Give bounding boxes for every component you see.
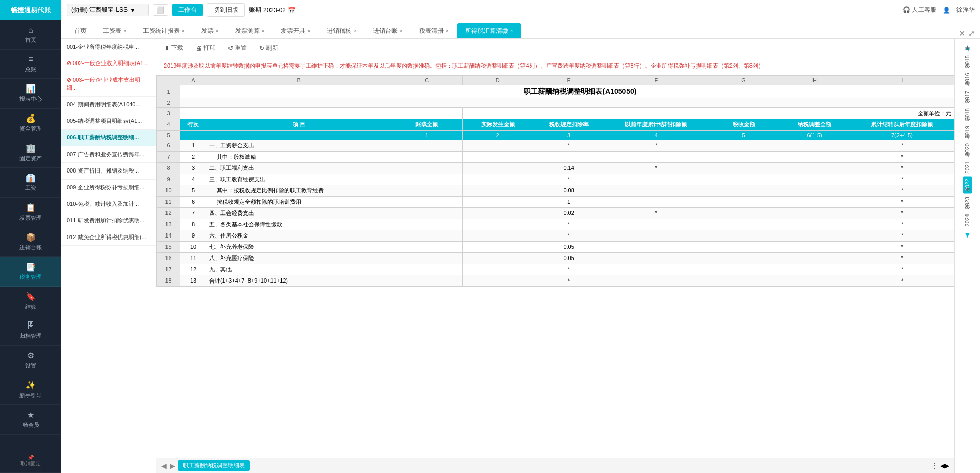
cell-18-seq[interactable]: 13: [180, 275, 206, 286]
cell-15-C[interactable]: [391, 241, 462, 252]
cell-14-label[interactable]: 六、住房公积金: [206, 230, 391, 241]
cell-16-G[interactable]: [708, 252, 779, 264]
cell-12-C[interactable]: [391, 207, 462, 219]
sidebar-item-tax[interactable]: 📑 税务管理: [0, 257, 61, 287]
year-2020[interactable]: 2020年: [963, 141, 972, 158]
cell-11-I[interactable]: *: [850, 196, 954, 207]
cell-15-E[interactable]: 0.05: [533, 241, 604, 252]
cell-10-C[interactable]: [391, 185, 462, 196]
sidebar-item-ledger[interactable]: ≡ 总账: [0, 50, 61, 79]
cell-8-seq[interactable]: 3: [180, 162, 206, 174]
cell-13-seq[interactable]: 8: [180, 219, 206, 230]
cell-11-label[interactable]: 按税收规定全额扣除的职培训费用: [206, 196, 391, 207]
cell-8-E[interactable]: 0.14: [533, 162, 604, 174]
cell-17-E[interactable]: *: [533, 264, 604, 275]
cell-10-H[interactable]: [779, 185, 850, 196]
cell-12-seq[interactable]: 7: [180, 207, 206, 219]
sidebar-item-purchasesales[interactable]: 📦 进销台账: [0, 227, 61, 257]
cell-11-G[interactable]: [708, 196, 779, 207]
cell-12-I[interactable]: *: [850, 207, 954, 219]
cell-10-G[interactable]: [708, 185, 779, 196]
tab-invoice-open[interactable]: 发票开具 ×: [273, 23, 318, 38]
sidebar-item-assets[interactable]: 🏢 固定资产: [0, 138, 61, 168]
cell-12-label[interactable]: 四、工会经费支出: [206, 207, 391, 219]
cell-18-E[interactable]: *: [533, 275, 604, 286]
tab-account-close[interactable]: ×: [400, 28, 403, 34]
tab-audit[interactable]: 进销稽核 ×: [319, 23, 364, 38]
cell-18-G[interactable]: [708, 275, 779, 286]
cell-9-seq[interactable]: 4: [180, 174, 206, 185]
maximize-icon[interactable]: ⤢: [968, 29, 975, 38]
cell-15-seq[interactable]: 10: [180, 241, 206, 252]
workspace-button[interactable]: 工作台: [172, 4, 203, 16]
cell-9-H[interactable]: [779, 174, 850, 185]
list-item-008[interactable]: 008-资产折旧、摊销及纳税...: [61, 163, 156, 179]
cell-11-F[interactable]: [604, 196, 708, 207]
cell-7-I[interactable]: *: [850, 151, 954, 162]
list-item-002[interactable]: ⊘ 002-一般企业收入明细表(A1...: [61, 55, 156, 72]
cell-6-F[interactable]: *: [604, 140, 708, 151]
cell-6-E[interactable]: *: [533, 140, 604, 151]
cell-6-label[interactable]: 一、工资薪金支出: [206, 140, 391, 151]
cell-9-label[interactable]: 三、职工教育经费支出: [206, 174, 391, 185]
cell-15-I[interactable]: *: [850, 241, 954, 252]
cell-17-G[interactable]: [708, 264, 779, 275]
cell-14-G[interactable]: [708, 230, 779, 241]
sidebar-item-archive[interactable]: 🗄 归档管理: [0, 316, 61, 346]
cell-13-G[interactable]: [708, 219, 779, 230]
cell-13-E[interactable]: *: [533, 219, 604, 230]
sidebar-item-reports[interactable]: 📊 报表中心: [0, 79, 61, 109]
cell-12-E[interactable]: 0.02: [533, 207, 604, 219]
cell-13-C[interactable]: [391, 219, 462, 230]
year-2023[interactable]: 2023年: [963, 194, 972, 211]
cell-11-D[interactable]: [462, 196, 533, 207]
year-2017[interactable]: 2017年: [963, 88, 972, 105]
sidebar-item-member[interactable]: ★ 畅会员: [0, 405, 61, 435]
cell-12-D[interactable]: [462, 207, 533, 219]
cell-15-F[interactable]: [604, 241, 708, 252]
cell-6-G[interactable]: [708, 140, 779, 151]
cell-16-C[interactable]: [391, 252, 462, 264]
scroll-bar-area[interactable]: ◀▶: [940, 462, 949, 469]
cell-10-I[interactable]: *: [850, 185, 954, 196]
cell-17-H[interactable]: [779, 264, 850, 275]
cell-13-D[interactable]: [462, 219, 533, 230]
cell-15-label[interactable]: 七、补充养老保险: [206, 241, 391, 252]
cell-9-D[interactable]: [462, 174, 533, 185]
cell-15-H[interactable]: [779, 241, 850, 252]
cell-10-D[interactable]: [462, 185, 533, 196]
list-item-003[interactable]: ⊘ 003-一般企业业成本支出明细...: [61, 72, 156, 97]
tab-invoice-close[interactable]: ×: [216, 28, 219, 34]
cell-14-E[interactable]: *: [533, 230, 604, 241]
cell-16-H[interactable]: [779, 252, 850, 264]
year-up-icon[interactable]: ▲: [963, 41, 973, 53]
calendar-icon[interactable]: 📅: [288, 7, 296, 14]
cell-18-F[interactable]: [604, 275, 708, 286]
bottom-tab-label[interactable]: 职工薪酬纳税调整明细表: [178, 460, 250, 471]
cell-14-C[interactable]: [391, 230, 462, 241]
sidebar-item-guide[interactable]: ✨ 新手引导: [0, 375, 61, 405]
tab-invoice-calc[interactable]: 发票测算 ×: [227, 23, 273, 38]
cell-8-G[interactable]: [708, 162, 779, 174]
tab-invoice-calc-close[interactable]: ×: [262, 28, 265, 34]
spreadsheet-container[interactable]: A B C D E F G H I: [156, 75, 954, 458]
tab-tax-book-close[interactable]: ×: [446, 28, 449, 34]
year-2015[interactable]: 2015年: [963, 53, 972, 70]
cell-18-D[interactable]: [462, 275, 533, 286]
cell-16-seq[interactable]: 11: [180, 252, 206, 264]
cell-18-H[interactable]: [779, 275, 850, 286]
sidebar-item-settings[interactable]: ⚙ 设置: [0, 346, 61, 375]
year-down-icon[interactable]: ▼: [963, 229, 973, 241]
tab-invoice-open-close[interactable]: ×: [307, 28, 310, 34]
tab-income-tax[interactable]: 所得税汇算清缴 ×: [457, 23, 521, 38]
cell-13-H[interactable]: [779, 219, 850, 230]
tab-home[interactable]: 首页: [67, 23, 94, 38]
close-all-icon[interactable]: ✕: [958, 29, 965, 38]
switch-old-button[interactable]: 切到旧版: [207, 3, 245, 17]
tab-invoice[interactable]: 发票 ×: [194, 23, 226, 38]
cell-15-G[interactable]: [708, 241, 779, 252]
cell-14-I[interactable]: *: [850, 230, 954, 241]
cell-13-I[interactable]: *: [850, 219, 954, 230]
cell-8-I[interactable]: *: [850, 162, 954, 174]
list-item-005[interactable]: 005-纳税调整项目明细表(A1...: [61, 113, 156, 130]
